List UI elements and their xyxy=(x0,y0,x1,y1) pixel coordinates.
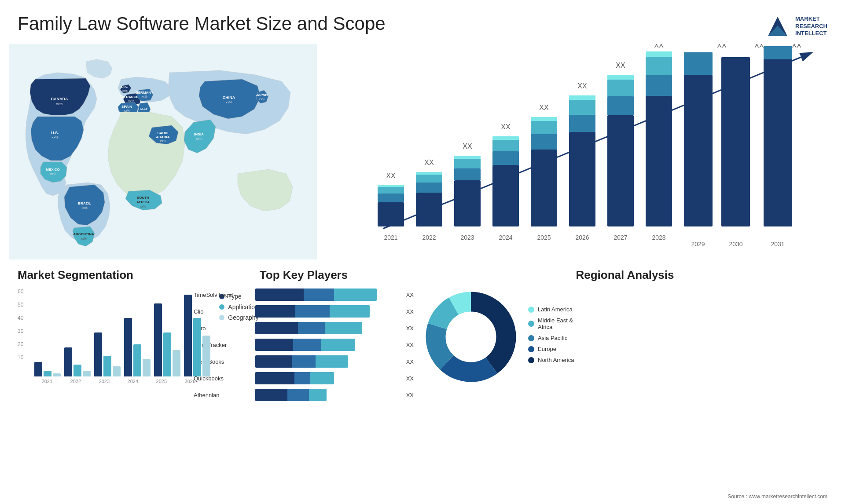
svg-rect-50 xyxy=(454,168,481,180)
svg-rect-81 xyxy=(646,57,672,75)
mea-dot xyxy=(528,321,534,327)
segmentation-bar-chart xyxy=(34,289,210,376)
svg-text:BRAZIL: BRAZIL xyxy=(78,201,91,205)
svg-rect-85 xyxy=(684,75,713,226)
players-title: Top Key Players xyxy=(194,268,414,282)
svg-text:GERMANY: GERMANY xyxy=(136,91,154,95)
legend-latin-america: Latin America xyxy=(528,306,574,313)
player-xero: Xero XX xyxy=(194,322,414,334)
svg-rect-52 xyxy=(454,156,481,159)
svg-text:xx%: xx% xyxy=(128,99,134,102)
bar-group-2022 xyxy=(64,347,91,376)
regional-legend: Latin America Middle East &Africa Asia P… xyxy=(528,306,574,368)
type-bar xyxy=(94,332,102,376)
bar-group-2025 xyxy=(154,303,180,376)
svg-rect-55 xyxy=(492,165,519,226)
svg-rect-44 xyxy=(416,183,442,193)
north-america-label: North America xyxy=(538,357,574,363)
source-text: Source : www.marketresearchintellect.com xyxy=(727,493,827,500)
geo-bar xyxy=(53,373,61,376)
svg-text:xx%: xx% xyxy=(259,98,265,101)
svg-text:XX: XX xyxy=(717,44,727,49)
svg-rect-46 xyxy=(416,172,442,175)
svg-text:xx%: xx% xyxy=(225,100,232,104)
svg-text:XX: XX xyxy=(539,104,549,111)
svg-text:xx%: xx% xyxy=(160,139,165,142)
svg-text:JAPAN: JAPAN xyxy=(256,93,268,97)
svg-rect-40 xyxy=(378,185,404,187)
svg-text:2026: 2026 xyxy=(575,234,589,241)
player-value: XX xyxy=(406,392,414,398)
player-bar-wrap xyxy=(255,339,398,351)
map-svg: CANADA xx% U.S. xx% MEXICO xx% BRAZIL xx… xyxy=(9,44,317,259)
svg-text:2023: 2023 xyxy=(460,234,474,241)
svg-text:SAUDI: SAUDI xyxy=(158,131,169,135)
growth-chart-svg: XX 2021 XX 2022 XX 2023 XX 2024 xyxy=(326,44,836,259)
svg-text:XX: XX xyxy=(463,142,472,150)
svg-text:xx%: xx% xyxy=(124,109,129,112)
geo-bar xyxy=(202,336,210,376)
svg-text:xx%: xx% xyxy=(56,102,62,106)
type-bar xyxy=(34,362,42,376)
regional-title: Regional Analysis xyxy=(422,268,827,282)
player-value: XX xyxy=(406,358,414,365)
latin-america-label: Latin America xyxy=(538,306,573,313)
svg-text:ITALY: ITALY xyxy=(138,107,148,111)
svg-rect-67 xyxy=(569,132,595,226)
svg-text:XX: XX xyxy=(424,159,434,166)
app-bar xyxy=(44,371,51,376)
svg-text:XX: XX xyxy=(654,44,664,49)
svg-rect-74 xyxy=(607,96,634,115)
page-header: Family Law Software Market Size and Scop… xyxy=(0,0,845,44)
app-bar xyxy=(73,365,81,376)
svg-text:CHINA: CHINA xyxy=(223,95,235,100)
player-quickbooks: Quickbooks XX xyxy=(194,372,414,384)
svg-rect-61 xyxy=(531,150,557,226)
y-axis: 60 50 40 30 20 10 xyxy=(18,289,23,376)
svg-text:XX: XX xyxy=(386,172,396,179)
svg-text:U.K.: U.K. xyxy=(121,85,128,89)
type-bar xyxy=(64,347,72,376)
type-bar xyxy=(124,318,132,376)
svg-text:XX: XX xyxy=(577,82,587,90)
geo-bar xyxy=(113,366,121,376)
svg-rect-43 xyxy=(416,193,442,226)
player-value: XX xyxy=(406,308,414,315)
svg-rect-82 xyxy=(646,51,672,57)
bar-group-2021 xyxy=(34,362,61,376)
svg-rect-58 xyxy=(492,136,519,140)
svg-text:2025: 2025 xyxy=(537,234,551,241)
svg-rect-93 xyxy=(764,46,792,59)
player-bar-wrap xyxy=(255,389,398,401)
legend-asia-pacific: Asia Pacific xyxy=(528,335,574,341)
svg-rect-56 xyxy=(492,151,519,165)
svg-rect-73 xyxy=(607,115,634,226)
player-athennian: Athennian XX xyxy=(194,389,414,401)
svg-rect-68 xyxy=(569,115,595,132)
svg-text:xx%: xx% xyxy=(81,237,86,240)
svg-text:XX: XX xyxy=(754,44,764,49)
segmentation-section: Market Segmentation 60 50 40 30 20 10 xyxy=(18,268,185,405)
bar-group-2023 xyxy=(94,332,121,376)
svg-rect-89 xyxy=(721,57,750,226)
player-value: XX xyxy=(406,375,414,382)
svg-text:xx%: xx% xyxy=(196,137,202,140)
svg-rect-75 xyxy=(607,80,634,96)
svg-text:SOUTH: SOUTH xyxy=(137,196,149,200)
svg-text:2029: 2029 xyxy=(691,241,705,248)
svg-rect-70 xyxy=(569,95,595,100)
donut-chart-svg xyxy=(422,289,519,385)
svg-text:xx%: xx% xyxy=(121,89,127,92)
player-bar-wrap xyxy=(255,355,398,368)
logo: MARKET RESEARCH INTELLECT xyxy=(764,13,827,40)
svg-rect-86 xyxy=(684,52,713,75)
player-bar-wrap xyxy=(255,305,398,318)
svg-text:SPAIN: SPAIN xyxy=(121,105,132,109)
world-map: CANADA xx% U.S. xx% MEXICO xx% BRAZIL xx… xyxy=(9,44,317,259)
regional-section: Regional Analysis Latin America xyxy=(422,268,827,405)
player-name: Athennian xyxy=(194,392,251,398)
svg-rect-45 xyxy=(416,175,442,183)
apac-dot xyxy=(528,335,534,341)
bar-group-2024 xyxy=(124,318,151,376)
legend-europe: Europe xyxy=(528,346,574,352)
